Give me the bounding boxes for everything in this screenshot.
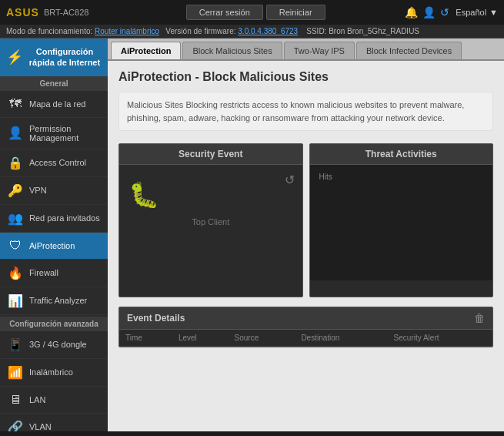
- event-details: Event Details 🗑 Time Level Source Destin…: [118, 307, 493, 347]
- top-bar: ASUS BRT-AC828 Cerrar sesión Reiniciar 🔔…: [0, 0, 504, 25]
- sidebar-item-label: Traffic Analyzer: [29, 296, 87, 305]
- sidebar-item-vlan[interactable]: 🔗 VLAN: [0, 414, 108, 431]
- sidebar-item-guest-network[interactable]: 👥 Red para invitados: [0, 205, 108, 233]
- tabs: AiProtection Block Malicious Sites Two-W…: [108, 39, 504, 61]
- content-area: AiProtection Block Malicious Sites Two-W…: [108, 39, 504, 431]
- ssid-label: SSID:: [306, 27, 326, 35]
- chevron-down-icon: ▼: [489, 8, 498, 17]
- sidebar-item-permission[interactable]: 👤 Permission Management: [0, 118, 108, 149]
- col-level: Level: [172, 330, 229, 347]
- firmware-value[interactable]: 3.0.0.4.380_6723: [238, 27, 298, 35]
- sidebar-item-access-control[interactable]: 🔒 Access Control: [0, 149, 108, 177]
- security-event-header: Security Event: [119, 144, 302, 165]
- access-control-icon: 🔒: [8, 156, 23, 170]
- page-title: AiProtection - Block Malicious Sites: [118, 70, 493, 84]
- logo-model: BRT-AC828: [44, 8, 89, 17]
- guest-network-icon: 👥: [8, 211, 23, 226]
- sidebar-item-vpn[interactable]: 🔑 VPN: [0, 177, 108, 205]
- col-time: Time: [119, 330, 172, 347]
- permission-icon: 👤: [8, 126, 23, 140]
- threat-activities-panel: Threat Activities Hits: [309, 143, 494, 297]
- refresh-top-icon[interactable]: ↺: [440, 6, 449, 18]
- sidebar-item-traffic-analyzer[interactable]: 📊 Traffic Analyzer: [0, 287, 108, 315]
- logout-button[interactable]: Cerrar sesión: [186, 5, 263, 20]
- panels: Security Event 🐛 ↺ Top Client Threat Act…: [118, 143, 493, 297]
- sidebar-item-network-map[interactable]: 🗺 Mapa de la red: [0, 91, 108, 118]
- sidebar-item-firewall[interactable]: 🔥 Firewall: [0, 260, 108, 287]
- event-details-title: Event Details: [127, 313, 185, 324]
- security-event-body: 🐛 ↺ Top Client: [119, 165, 302, 280]
- sidebar-item-label: Inalámbrico: [29, 367, 73, 377]
- restart-button[interactable]: Reiniciar: [266, 5, 325, 20]
- page-content: AiProtection - Block Malicious Sites Mal…: [108, 61, 504, 357]
- sidebar-item-label: Permission Management: [29, 124, 100, 143]
- aiprotection-icon: 🛡: [8, 239, 23, 253]
- sidebar-quick-setup[interactable]: ⚡ Configuración rápida de Internet: [0, 39, 108, 76]
- refresh-security-icon[interactable]: ↺: [285, 173, 295, 187]
- sidebar-item-label: VPN: [29, 186, 47, 195]
- tab-block-malicious[interactable]: Block Malicious Sites: [182, 42, 282, 59]
- top-icons: 🔔 👤 ↺: [405, 6, 449, 18]
- sidebar-item-3g4g[interactable]: 📱 3G / 4G dongle: [0, 331, 108, 359]
- bell-icon: 🔔: [405, 6, 418, 18]
- tab-block-infected[interactable]: Block Infected Devices: [356, 42, 462, 59]
- user-icon: 👤: [422, 6, 436, 18]
- advanced-section-label: Configuración avanzada: [0, 317, 108, 331]
- col-source: Source: [229, 330, 295, 347]
- network-map-icon: 🗺: [8, 97, 23, 111]
- wireless-icon: 📶: [8, 365, 23, 380]
- top-buttons: Cerrar sesión Reiniciar: [106, 5, 405, 20]
- lan-icon: 🖥: [8, 393, 23, 407]
- hits-label: Hits: [316, 169, 335, 184]
- sidebar-item-label: VLAN: [29, 422, 52, 431]
- security-event-panel: Security Event 🐛 ↺ Top Client: [118, 143, 303, 297]
- language-selector[interactable]: Español ▼: [456, 8, 498, 17]
- sidebar-item-aiprotection[interactable]: 🛡 AiProtection: [0, 233, 108, 260]
- sidebar-item-wireless[interactable]: 📶 Inalámbrico: [0, 359, 108, 387]
- ssid-value: Bron Bron_5Ghz_RADIUS: [329, 27, 419, 35]
- tab-aiprotection[interactable]: AiProtection: [111, 42, 181, 59]
- sidebar-item-label: Red para invitados: [29, 213, 100, 223]
- top-client-label: Top Client: [125, 217, 296, 226]
- event-table: Time Level Source Destination Security A…: [119, 330, 492, 347]
- firewall-icon: 🔥: [8, 266, 23, 280]
- mode-value[interactable]: Router inalámbrico: [95, 27, 159, 35]
- sidebar-item-label: Mapa de la red: [29, 99, 85, 109]
- sidebar-item-label: Firewall: [29, 268, 58, 277]
- tab-two-way-ips[interactable]: Two-Way IPS: [284, 42, 355, 59]
- threat-activities-header: Threat Activities: [310, 144, 493, 165]
- firmware-label: Versión de firmware:: [165, 27, 235, 35]
- 3g4g-icon: 📱: [8, 337, 23, 352]
- logo-area: ASUS BRT-AC828: [6, 6, 106, 18]
- sidebar-item-label: 3G / 4G dongle: [29, 340, 87, 349]
- quick-setup-label: Configuración rápida de Internet: [28, 46, 102, 69]
- mode-label: Modo de funcionamiento:: [6, 27, 92, 35]
- traffic-analyzer-icon: 📊: [8, 293, 23, 308]
- sidebar-item-lan[interactable]: 🖥 LAN: [0, 387, 108, 414]
- info-bar: Modo de funcionamiento: Router inalámbri…: [0, 25, 504, 39]
- sidebar-item-label: Access Control: [29, 158, 86, 167]
- general-section-label: General: [0, 76, 108, 91]
- main-layout: ⚡ Configuración rápida de Internet Gener…: [0, 39, 504, 431]
- sidebar: ⚡ Configuración rápida de Internet Gener…: [0, 39, 108, 431]
- col-destination: Destination: [295, 330, 387, 347]
- logo-asus: ASUS: [6, 6, 39, 18]
- col-security-alert: Security Alert: [388, 330, 492, 347]
- trash-icon[interactable]: 🗑: [474, 312, 485, 324]
- description-text: Malicious Sites Blocking restricts acces…: [118, 92, 493, 131]
- sidebar-item-label: LAN: [29, 395, 45, 404]
- event-details-header: Event Details 🗑: [119, 307, 492, 330]
- lang-label: Español: [456, 8, 486, 17]
- sidebar-item-label: AiProtection: [29, 241, 75, 250]
- bug-icon: 🐛: [129, 180, 159, 210]
- vlan-icon: 🔗: [8, 420, 23, 431]
- quick-setup-icon: ⚡: [6, 49, 23, 66]
- vpn-icon: 🔑: [8, 183, 23, 198]
- threat-activities-body: Hits: [310, 165, 493, 280]
